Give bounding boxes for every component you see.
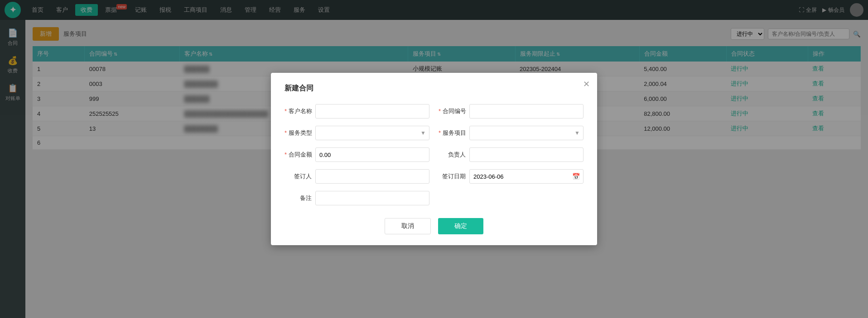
customer-name-input[interactable]	[315, 104, 429, 119]
sign-date-label: 签订日期	[439, 172, 466, 180]
form-group-service-type: 服务类型 ▼	[285, 126, 429, 140]
remark-label: 备注	[285, 194, 312, 202]
service-item-label: 服务项目	[439, 129, 466, 137]
service-type-wrapper: ▼	[315, 126, 429, 140]
form-group-customer: 客户名称	[285, 104, 429, 119]
form-row-2: 服务类型 ▼ 服务项目 ▼	[285, 126, 583, 140]
sign-date-input[interactable]	[469, 169, 583, 184]
contract-amount-label: 合同金额	[285, 151, 312, 159]
form-group-amount: 合同金额	[285, 147, 429, 162]
dialog-overlay: ✕ 新建合同 客户名称 合同编号 服务类型 ▼ 服务项目	[0, 0, 868, 318]
form-group-contract-no: 合同编号	[439, 104, 583, 119]
signer-input[interactable]	[315, 169, 429, 184]
confirm-button[interactable]: 确定	[438, 218, 483, 234]
form-row-1: 客户名称 合同编号	[285, 104, 583, 119]
service-type-label: 服务类型	[285, 129, 312, 137]
remark-input[interactable]	[315, 191, 429, 205]
cancel-button[interactable]: 取消	[385, 218, 431, 234]
form-group-responsible: 负责人	[439, 147, 583, 162]
dialog-title: 新建合同	[285, 84, 583, 93]
sign-date-wrapper: 📅	[469, 169, 583, 184]
responsible-input[interactable]	[469, 147, 583, 162]
service-item-select[interactable]	[469, 126, 583, 140]
form-row-5: 备注	[285, 191, 583, 205]
responsible-label: 负责人	[439, 151, 466, 159]
form-row-3: 合同金额 负责人	[285, 147, 583, 162]
dialog-footer: 取消 确定	[285, 218, 583, 234]
contract-no-label: 合同编号	[439, 107, 466, 115]
dialog-close-button[interactable]: ✕	[583, 79, 590, 89]
form-group-service-item: 服务项目 ▼	[439, 126, 583, 140]
form-group-sign-date: 签订日期 📅	[439, 169, 583, 184]
signer-label: 签订人	[285, 172, 312, 180]
form-group-signer: 签订人	[285, 169, 429, 184]
service-type-select[interactable]	[315, 126, 429, 140]
form-group-remark: 备注	[285, 191, 429, 205]
contract-no-input[interactable]	[469, 104, 583, 119]
form-row-4: 签订人 签订日期 📅	[285, 169, 583, 184]
contract-amount-input[interactable]	[315, 147, 429, 162]
new-contract-dialog: ✕ 新建合同 客户名称 合同编号 服务类型 ▼ 服务项目	[271, 73, 597, 245]
service-item-wrapper: ▼	[469, 126, 583, 140]
customer-name-label: 客户名称	[285, 107, 312, 115]
